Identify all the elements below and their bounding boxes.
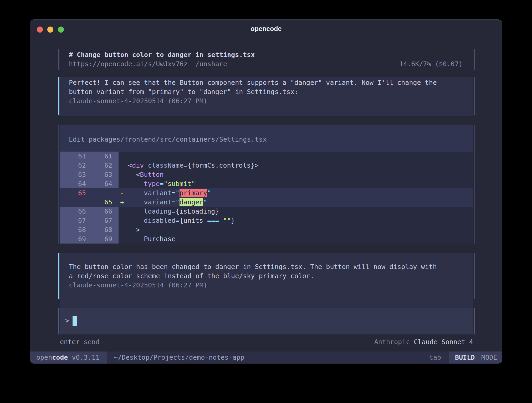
code-token	[120, 171, 136, 178]
assistant-message: Perfect! I can see that the Button compo…	[58, 77, 475, 115]
line-number-new: 65	[86, 198, 112, 207]
line-number-old	[60, 198, 86, 207]
code-token: =	[176, 217, 180, 224]
line-number-old: 66	[60, 207, 86, 216]
diff-row: 6868 >	[60, 225, 473, 234]
diff-code-line: disabled={units === ""}	[120, 216, 473, 225]
code-token	[144, 162, 148, 169]
line-number-new: 64	[86, 179, 112, 188]
diff-gutter: 6969	[60, 234, 119, 244]
app-version: v0.3.11	[72, 354, 99, 361]
code-token	[124, 189, 144, 197]
code-token: Button	[140, 171, 163, 178]
diff-gutter: 6464	[60, 179, 119, 188]
chat-input[interactable]: >	[60, 308, 473, 334]
prompt-left-border	[58, 49, 59, 70]
gutter-pad	[112, 234, 119, 244]
edit-file-path: packages/frontend/src/containers/Setting…	[89, 136, 267, 143]
line-number-old: 64	[60, 179, 86, 188]
prompt-right-border	[474, 49, 475, 70]
line-number-new: 63	[86, 170, 112, 179]
code-token: =	[172, 208, 176, 215]
enter-key-label: enter	[60, 338, 80, 346]
line-number-new: 61	[86, 152, 112, 161]
message-meta: claude-sonnet-4-20250514 (06:27 PM)	[69, 96, 473, 106]
model-provider: Anthropic	[374, 338, 410, 346]
line-number-old: 68	[60, 225, 86, 234]
code-token: >	[136, 226, 140, 234]
diff-code-line: <div className={formCs.controls}>	[120, 161, 473, 170]
diff-gutter: 6767	[60, 216, 119, 225]
diff-code-line: type="submit"	[120, 179, 473, 188]
code-token: Purchase	[144, 235, 175, 243]
diff-row: 65+ variant="danger"	[60, 198, 473, 207]
message-accent-border	[58, 77, 59, 115]
message-right-border	[474, 77, 475, 115]
gutter-pad	[112, 170, 119, 179]
code-token	[124, 198, 144, 206]
code-token: "	[176, 198, 180, 206]
diff-code-line: loading={isLoading}	[120, 207, 473, 216]
diff-code-line: + variant="danger"	[120, 198, 473, 207]
working-directory: ~/Desktop/Projects/demo-notes-app	[114, 352, 429, 364]
code-token	[120, 217, 144, 224]
code-token: =	[172, 189, 176, 197]
gutter-pad	[112, 216, 119, 225]
code-token	[219, 217, 223, 224]
line-number-old: 62	[60, 161, 86, 170]
code-token: ===	[207, 217, 219, 224]
code-token: }	[231, 217, 235, 224]
diff-gutter: 6262	[60, 161, 119, 170]
edit-tool-panel: Editpackages/frontend/src/containers/Set…	[58, 125, 475, 244]
code-token	[120, 162, 128, 169]
tab-key-hint[interactable]: tab	[429, 352, 441, 364]
code-token: primary	[180, 189, 207, 197]
edit-right-border	[474, 125, 475, 244]
code-token: =	[160, 180, 164, 188]
text-cursor	[73, 316, 77, 326]
share-url: https://opencode.ai/s/UwJxv76z	[69, 59, 188, 69]
diff-row: 6666 loading={isLoading}	[60, 207, 473, 216]
code-token: "submit"	[164, 180, 195, 188]
code-token: >	[255, 162, 259, 169]
status-bar: opencodev0.3.11 ~/Desktop/Projects/demo-…	[30, 352, 502, 364]
prompt-symbol: >	[65, 317, 69, 324]
mode-chip: BUILDMODE	[449, 352, 502, 364]
edit-action-label: Edit	[69, 136, 85, 143]
model-indicator: AnthropicClaude Sonnet 4	[374, 337, 473, 347]
line-number-old: 61	[60, 152, 86, 161]
app-name-code: code	[52, 354, 68, 361]
code-token: -	[120, 189, 124, 197]
diff-code-line: <Button	[120, 170, 473, 179]
code-token	[120, 208, 144, 215]
message-line: The button color has been changed to dan…	[69, 262, 473, 271]
diff-code-line: Purchase	[120, 234, 473, 244]
line-number-old: 65	[60, 188, 86, 198]
code-token: =	[172, 198, 176, 206]
diff-code-line: >	[120, 225, 473, 234]
line-number-new: 67	[86, 216, 112, 225]
message-accent-border	[58, 253, 59, 299]
gutter-pad	[112, 225, 119, 234]
mode-build-label: BUILD	[455, 354, 475, 361]
code-token: <	[136, 171, 140, 178]
code-token: loading	[144, 208, 171, 215]
message-meta: claude-sonnet-4-20250514 (06:27 PM)	[69, 281, 473, 290]
diff-row: 6262 <div className={formCs.controls}>	[60, 161, 473, 170]
mode-label: MODE	[481, 354, 497, 361]
line-number-new: 66	[86, 207, 112, 216]
send-action-label: send	[84, 338, 99, 346]
line-number-old: 69	[60, 234, 86, 244]
title-bar: opencode	[30, 19, 502, 37]
code-token	[120, 180, 144, 188]
message-line: a red/rose color scheme instead of the b…	[69, 271, 473, 281]
code-token: "	[203, 198, 207, 206]
code-token: {	[176, 208, 180, 215]
gutter-pad	[112, 198, 119, 207]
code-token: ""	[223, 217, 231, 224]
app-window: opencode # Change button color to danger…	[30, 19, 502, 364]
user-prompt-block: # Change button color to danger in setti…	[58, 49, 475, 70]
diff-gutter: 65	[60, 198, 119, 207]
input-left-border	[58, 308, 59, 334]
line-number-old: 67	[60, 216, 86, 225]
